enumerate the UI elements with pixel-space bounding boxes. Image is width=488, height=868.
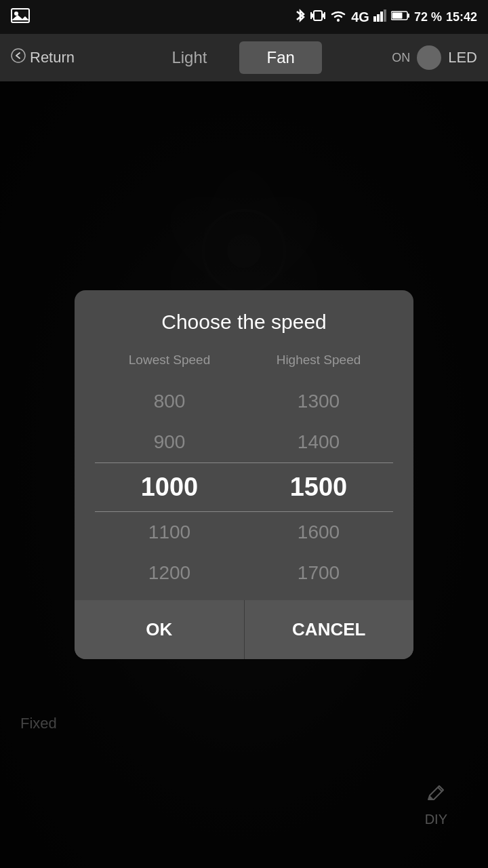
svg-rect-3 [314, 11, 322, 20]
battery-percent: 72 % [414, 10, 442, 24]
highest-speed-1300[interactable]: 1300 [244, 381, 393, 422]
svg-rect-9 [373, 16, 376, 22]
clock: 15:42 [446, 10, 477, 24]
svg-point-16 [12, 49, 25, 62]
highest-speed-1400[interactable]: 1400 [244, 422, 393, 462]
lowest-speed-1100[interactable]: 1100 [95, 512, 244, 553]
highest-speed-column: Highest Speed 1300 1400 1500 1600 1700 [244, 353, 393, 593]
image-icon [11, 8, 30, 26]
ok-button[interactable]: OK [75, 600, 244, 659]
led-label: LED [448, 49, 477, 66]
speed-dialog: Choose the speed Lowest Speed 800 900 10… [75, 290, 413, 659]
nav-bar: Return Light Fan ON LED [0, 34, 488, 81]
highest-speed-1700[interactable]: 1700 [244, 553, 393, 593]
lowest-speed-column: Lowest Speed 800 900 1000 1100 1200 [95, 353, 244, 593]
lowest-speed-1200[interactable]: 1200 [95, 553, 244, 593]
modal-overlay: Choose the speed Lowest Speed 800 900 10… [0, 81, 488, 868]
lowest-speed-800[interactable]: 800 [95, 381, 244, 422]
svg-rect-14 [392, 13, 402, 19]
svg-rect-12 [384, 9, 386, 22]
tab-fan[interactable]: Fan [239, 41, 321, 74]
tab-light[interactable]: Light [144, 41, 234, 74]
led-toggle[interactable] [417, 45, 441, 70]
svg-rect-11 [380, 12, 383, 22]
status-bar: 4G 72 % 15:42 [0, 0, 488, 34]
battery-icon [391, 10, 410, 24]
on-label: ON [392, 51, 410, 65]
bluetooth-icon [294, 7, 306, 26]
signal-text: 4G [351, 9, 369, 25]
vibrate-icon [310, 8, 325, 26]
cancel-button[interactable]: CANCEL [244, 600, 414, 659]
svg-marker-2 [12, 15, 29, 20]
return-button[interactable]: Return [11, 48, 75, 67]
lowest-speed-header: Lowest Speed [129, 353, 210, 368]
signal-bars-icon [373, 9, 387, 24]
lowest-speed-1000[interactable]: 1000 [95, 462, 244, 512]
highest-speed-header: Highest Speed [277, 353, 361, 368]
return-icon [11, 48, 26, 67]
wifi-icon [329, 9, 347, 25]
lowest-speed-900[interactable]: 900 [95, 422, 244, 462]
svg-point-8 [337, 19, 340, 22]
dialog-title: Choose the speed [95, 311, 393, 334]
highest-speed-1600[interactable]: 1600 [244, 512, 393, 553]
speed-picker: Lowest Speed 800 900 1000 1100 1200 [95, 353, 393, 593]
return-label: Return [30, 49, 75, 66]
nav-tabs: Light Fan [75, 41, 392, 74]
svg-rect-10 [377, 14, 380, 22]
background-content: Fixed Choose the speed Lowest Speed 800 … [0, 81, 488, 868]
dialog-buttons: OK CANCEL [75, 600, 413, 659]
svg-rect-15 [407, 14, 409, 18]
highest-speed-1500[interactable]: 1500 [244, 462, 393, 512]
nav-right: ON LED [392, 45, 477, 70]
